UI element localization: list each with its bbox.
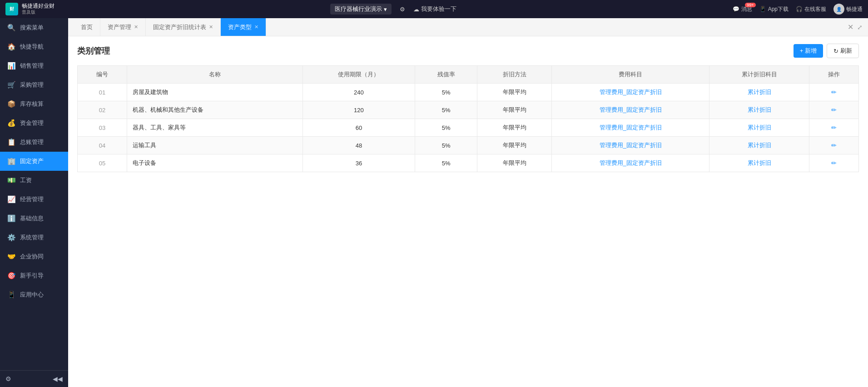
sidebar-item-guide[interactable]: 🎯 新手引导	[0, 266, 68, 285]
cell-residual-4: 5%	[415, 154, 477, 172]
sidebar-label-basic-info: 基础信息	[20, 214, 44, 223]
cell-expense-2: 管理费用_固定资产折旧	[552, 119, 709, 137]
cell-expense-0: 管理费用_固定资产折旧	[552, 84, 709, 101]
cell-code-4: 05	[78, 154, 127, 172]
refresh-button[interactable]: ↻ 刷新	[827, 44, 859, 58]
sidebar-item-capital[interactable]: 💰 资金管理	[0, 114, 68, 133]
col-action: 操作	[809, 66, 859, 84]
new-button[interactable]: + 新增	[794, 44, 823, 58]
close-window-icon[interactable]: ✕	[848, 23, 853, 31]
tab-depreciation-table-label: 固定资产折旧统计表	[153, 23, 206, 31]
tab-home-label: 首页	[81, 23, 93, 31]
enterprise-icon: 🤝	[7, 253, 15, 261]
accumulated-link-4[interactable]: 累计折旧	[748, 159, 771, 166]
tab-asset-management-close[interactable]: ✕	[134, 24, 138, 30]
sidebar-label-fixed-assets: 固定资产	[20, 157, 44, 165]
table-row: 02 机器、机械和其他生产设备 120 5% 年限平均 管理费用_固定资产折旧 …	[78, 101, 859, 119]
tab-home[interactable]: 首页	[74, 18, 100, 36]
table-row: 01 房屋及建筑物 240 5% 年限平均 管理费用_固定资产折旧 累计折旧 ✏	[78, 84, 859, 101]
message-button[interactable]: 💬 消息 99+	[733, 5, 752, 13]
content-area: 首页 资产管理 ✕ 固定资产折旧统计表 ✕ 资产类型 ✕ ✕ ⤢	[68, 18, 868, 387]
cell-method-3: 年限平均	[477, 137, 552, 154]
cell-name-0: 房屋及建筑物	[127, 84, 303, 101]
cell-name-4: 电子设备	[127, 154, 303, 172]
tab-asset-management[interactable]: 资产管理 ✕	[100, 18, 146, 36]
sidebar-item-ledger[interactable]: 📋 总账管理	[0, 133, 68, 152]
sidebar-label-system: 系统管理	[20, 233, 44, 242]
app-download-button[interactable]: 📱 App下载	[759, 5, 789, 13]
cell-method-0: 年限平均	[477, 84, 552, 101]
demo-selector[interactable]: 医疗器械行业演示 ▾	[330, 4, 392, 15]
cell-action-1: ✏	[809, 101, 859, 119]
cell-period-3: 48	[303, 137, 415, 154]
col-accumulated-subject: 累计折旧科目	[709, 66, 809, 84]
edit-button-1[interactable]: ✏	[831, 106, 837, 114]
expand-icon[interactable]: ⤢	[857, 24, 863, 31]
sidebar-item-enterprise[interactable]: 🤝 企业协同	[0, 247, 68, 266]
sidebar-label-guide: 新手引导	[20, 272, 44, 280]
edit-button-0[interactable]: ✏	[831, 89, 837, 96]
sidebar-item-quick-nav[interactable]: 🏠 快捷导航	[0, 37, 68, 56]
expense-link-4[interactable]: 管理费用_固定资产折旧	[600, 159, 662, 166]
logo-icon: 财	[5, 3, 18, 15]
accumulated-link-1[interactable]: 累计折旧	[748, 106, 771, 113]
page-content: 类别管理 + 新增 ↻ 刷新 编号 名称 使用期限（月） 残值率	[68, 36, 868, 387]
accumulated-link-3[interactable]: 累计折旧	[748, 142, 771, 149]
collapse-icon[interactable]: ◀◀	[53, 375, 63, 382]
cell-expense-3: 管理费用_固定资产折旧	[552, 137, 709, 154]
tab-depreciation-close[interactable]: ✕	[209, 24, 213, 30]
cell-residual-2: 5%	[415, 119, 477, 137]
cell-period-1: 120	[303, 101, 415, 119]
edit-button-4[interactable]: ✏	[831, 159, 837, 167]
sidebar-item-system[interactable]: ⚙️ 系统管理	[0, 228, 68, 247]
accumulated-link-2[interactable]: 累计折旧	[748, 124, 771, 131]
accumulated-link-0[interactable]: 累计折旧	[748, 89, 771, 95]
page-actions: + 新增 ↻ 刷新	[794, 44, 859, 58]
top-bar-center: 医疗器械行业演示 ▾ ⚙ ☁ 我要体验一下	[330, 4, 456, 15]
cell-accumulated-4: 累计折旧	[709, 154, 809, 172]
table-row: 04 运输工具 48 5% 年限平均 管理费用_固定资产折旧 累计折旧 ✏	[78, 137, 859, 154]
sidebar-label-salary: 工资	[20, 176, 32, 184]
table-header: 编号 名称 使用期限（月） 残值率 折旧方法 费用科目 累计折旧科目 操作	[78, 66, 859, 84]
tab-asset-type-close[interactable]: ✕	[254, 24, 258, 30]
demo-label: 医疗器械行业演示	[335, 5, 382, 13]
sidebar-item-inventory[interactable]: 📦 库存核算	[0, 94, 68, 114]
col-code: 编号	[78, 66, 127, 84]
expense-link-0[interactable]: 管理费用_固定资产折旧	[600, 89, 662, 95]
page-title: 类别管理	[77, 45, 110, 56]
settings-bottom-icon[interactable]: ⚙	[5, 375, 11, 382]
sidebar-item-basic-info[interactable]: ℹ️ 基础信息	[0, 209, 68, 228]
cell-residual-1: 5%	[415, 101, 477, 119]
tab-depreciation-table[interactable]: 固定资产折旧统计表 ✕	[146, 18, 221, 36]
sidebar-item-salary[interactable]: 💵 工资	[0, 171, 68, 190]
experience-button[interactable]: ☁ 我要体验一下	[413, 5, 456, 13]
cell-method-1: 年限平均	[477, 101, 552, 119]
sidebar-item-fixed-assets[interactable]: 🏢 固定资产	[0, 152, 68, 171]
tabs-left: 首页 资产管理 ✕ 固定资产折旧统计表 ✕ 资产类型 ✕	[74, 18, 266, 36]
cell-period-2: 60	[303, 119, 415, 137]
top-bar-right: 💬 消息 99+ 📱 App下载 🎧 在线客服 👤 畅捷通	[733, 4, 863, 15]
sidebar-item-sales[interactable]: 📊 销售管理	[0, 56, 68, 75]
sidebar-item-purchase[interactable]: 🛒 采购管理	[0, 75, 68, 94]
operations-icon: 📈	[7, 195, 15, 203]
col-residual-rate: 残值率	[415, 66, 477, 84]
user-profile[interactable]: 👤 畅捷通	[833, 4, 863, 15]
cell-code-3: 04	[78, 137, 127, 154]
logo-info: 畅捷通好业财 普及版	[22, 3, 55, 15]
sidebar-label-enterprise: 企业协同	[20, 253, 44, 261]
sidebar-item-search[interactable]: 🔍 搜索菜单	[0, 18, 68, 37]
cell-accumulated-3: 累计折旧	[709, 137, 809, 154]
expense-link-2[interactable]: 管理费用_固定资产折旧	[600, 124, 662, 131]
settings-icon[interactable]: ⚙	[397, 4, 408, 15]
expense-link-1[interactable]: 管理费用_固定资产折旧	[600, 106, 662, 113]
expense-link-3[interactable]: 管理费用_固定资产折旧	[600, 142, 662, 149]
message-badge: 99+	[745, 3, 755, 7]
tab-asset-type[interactable]: 资产类型 ✕	[221, 18, 266, 36]
sidebar-item-app-center[interactable]: 📱 应用中心	[0, 285, 68, 304]
edit-button-3[interactable]: ✏	[831, 142, 837, 149]
online-service-button[interactable]: 🎧 在线客服	[796, 5, 826, 13]
tab-asset-management-label: 资产管理	[108, 23, 131, 31]
sidebar-label-search: 搜索菜单	[20, 24, 44, 32]
sidebar-item-operations[interactable]: 📈 经营管理	[0, 190, 68, 209]
edit-button-2[interactable]: ✏	[831, 124, 837, 131]
